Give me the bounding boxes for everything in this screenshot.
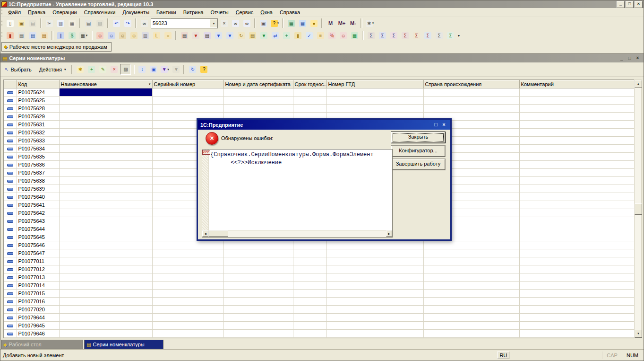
table-row[interactable]: P01077014 <box>4 282 635 290</box>
empty-cell[interactable] <box>326 249 423 257</box>
tab-desktop[interactable]: ◆ Рабочий стол <box>1 340 83 349</box>
empty-cell[interactable] <box>223 88 293 97</box>
close-icon[interactable]: × <box>635 1 643 8</box>
tools-icon[interactable]: ✱▾ <box>364 18 375 29</box>
empty-cell[interactable] <box>423 298 519 306</box>
empty-cell[interactable] <box>423 282 519 290</box>
menu-item[interactable]: Окна <box>257 9 276 16</box>
vertical-scrollbar[interactable]: ▲ ▼ <box>634 79 642 338</box>
column-header[interactable]: Наименование▾ <box>59 80 152 88</box>
code-cell[interactable]: P01075645 <box>17 233 59 241</box>
empty-cell[interactable] <box>519 306 635 314</box>
empty-cell[interactable] <box>223 249 293 257</box>
empty-cell[interactable] <box>152 330 223 338</box>
empty-cell[interactable] <box>59 282 152 290</box>
empty-cell[interactable] <box>223 265 293 273</box>
row-marker-cell[interactable] <box>4 322 17 330</box>
menubar-grip[interactable] <box>1 9 3 16</box>
empty-cell[interactable] <box>293 282 326 290</box>
hierarchy-icon[interactable]: ↕ <box>137 64 147 75</box>
memory-m-plus-icon[interactable]: M+ <box>336 18 347 29</box>
dropdown-caret-icon[interactable]: ▾ <box>167 68 169 71</box>
empty-cell[interactable] <box>423 97 519 105</box>
empty-cell[interactable] <box>59 209 152 217</box>
sigma-customer-blue-icon[interactable]: Σ <box>377 30 388 41</box>
row-marker-cell[interactable] <box>4 282 17 290</box>
sigma-check-icon[interactable]: Σ <box>445 30 456 41</box>
help-button-icon[interactable]: ? <box>198 64 209 75</box>
delete-item-icon[interactable]: × <box>109 64 120 75</box>
row-marker-cell[interactable] <box>4 169 17 177</box>
row-marker-cell[interactable] <box>4 249 17 257</box>
empty-cell[interactable] <box>519 185 635 193</box>
actions-button[interactable]: Действия ▾ <box>36 66 69 73</box>
empty-cell[interactable] <box>423 290 519 298</box>
empty-cell[interactable] <box>326 241 423 249</box>
empty-cell[interactable] <box>519 88 635 97</box>
row-marker-cell[interactable] <box>4 201 17 209</box>
table-row[interactable]: P01075646 <box>4 241 635 249</box>
empty-cell[interactable] <box>293 265 326 273</box>
open-icon[interactable]: ▣ <box>16 18 27 29</box>
empty-cell[interactable] <box>293 88 326 97</box>
row-marker-cell[interactable] <box>4 129 17 137</box>
code-cell[interactable]: P01079646 <box>17 330 59 338</box>
find-previous-icon[interactable]: ∞ <box>241 18 252 29</box>
empty-cell[interactable] <box>326 88 423 97</box>
empty-cell[interactable] <box>59 249 152 257</box>
empty-cell[interactable] <box>59 169 152 177</box>
empty-cell[interactable] <box>519 322 635 330</box>
empty-cell[interactable] <box>519 137 635 145</box>
empty-cell[interactable] <box>59 265 152 273</box>
empty-cell[interactable] <box>519 113 635 121</box>
empty-cell[interactable] <box>59 201 152 209</box>
empty-cell[interactable] <box>223 97 293 105</box>
scroll-up-icon[interactable]: ▲ <box>635 80 642 88</box>
row-marker-cell[interactable] <box>4 265 17 273</box>
empty-cell[interactable] <box>519 265 635 273</box>
empty-cell[interactable] <box>423 306 519 314</box>
code-cell[interactable]: P01077013 <box>17 273 59 282</box>
empty-cell[interactable] <box>152 97 223 105</box>
print-icon[interactable]: ▤ <box>83 18 94 29</box>
row-marker-cell[interactable] <box>4 88 17 97</box>
coins-turnover-icon[interactable]: ↻ <box>236 30 247 41</box>
code-cell[interactable]: P01075646 <box>17 241 59 249</box>
empty-cell[interactable] <box>326 322 423 330</box>
code-cell[interactable]: P01075639 <box>17 185 59 193</box>
empty-cell[interactable] <box>423 330 519 338</box>
customer-red-icon[interactable]: ☺ <box>94 30 105 41</box>
empty-cell[interactable] <box>59 129 152 137</box>
spreadsheet-icon[interactable]: ▦ <box>297 18 308 29</box>
empty-cell[interactable] <box>423 105 519 113</box>
empty-cell[interactable] <box>519 314 635 322</box>
code-cell[interactable]: P01079645 <box>17 322 59 330</box>
code-cell[interactable]: P01077011 <box>17 257 59 265</box>
code-cell[interactable]: P01077012 <box>17 265 59 273</box>
row-marker-cell[interactable] <box>4 161 17 169</box>
empty-cell[interactable] <box>152 273 223 282</box>
menu-item[interactable]: Бантики <box>153 9 180 16</box>
empty-cell[interactable] <box>152 249 223 257</box>
workspace-tab[interactable]: ◆ Рабочее место менеджера по продажам <box>1 42 112 52</box>
empty-cell[interactable] <box>223 273 293 282</box>
cut-icon[interactable]: ✂ <box>44 18 55 29</box>
row-marker-cell[interactable] <box>4 298 17 306</box>
row-marker-cell[interactable] <box>4 257 17 265</box>
empty-cell[interactable] <box>59 161 152 169</box>
empty-cell[interactable] <box>59 113 152 121</box>
empty-cell[interactable] <box>59 330 152 338</box>
minimize-icon[interactable]: _ <box>617 1 625 8</box>
empty-cell[interactable] <box>59 233 152 241</box>
horizontal-scrollbar[interactable]: ◀ ▶ <box>202 230 392 237</box>
empty-cell[interactable] <box>59 97 152 105</box>
empty-cell[interactable] <box>152 306 223 314</box>
empty-cell[interactable] <box>519 129 635 137</box>
empty-cell[interactable] <box>326 330 423 338</box>
empty-cell[interactable] <box>293 273 326 282</box>
code-cell[interactable]: P01075629 <box>17 113 59 121</box>
empty-cell[interactable] <box>326 290 423 298</box>
column-header[interactable]: Страна происхождения <box>423 80 519 88</box>
scrollbar-thumb[interactable] <box>208 230 228 237</box>
add-group-icon[interactable]: + <box>86 64 97 75</box>
